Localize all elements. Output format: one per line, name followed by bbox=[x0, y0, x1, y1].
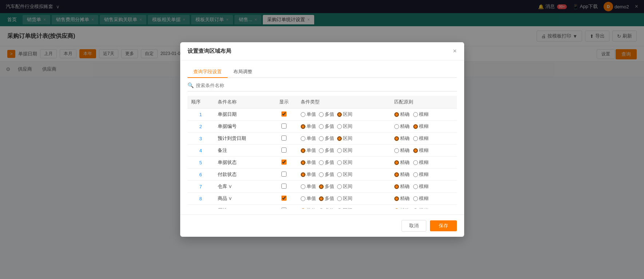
modal-close-button[interactable]: × bbox=[453, 47, 457, 55]
modal-header: 设置查询区域布局 × bbox=[180, 42, 464, 60]
tab-layout-adjust[interactable]: 布局调整 bbox=[228, 66, 258, 77]
modal-tabs: 查询字段设置 布局调整 bbox=[187, 66, 457, 77]
modal-body: 查询字段设置 布局调整 🔍 顺序 条件名称 显示 bbox=[180, 60, 464, 77]
tab-field-settings[interactable]: 查询字段设置 bbox=[187, 66, 228, 77]
modal-overlay: 设置查询区域布局 × 查询字段设置 布局调整 🔍 bbox=[0, 0, 644, 77]
modal-title: 设置查询区域布局 bbox=[187, 48, 231, 55]
settings-modal: 设置查询区域布局 × 查询字段设置 布局调整 🔍 bbox=[180, 42, 464, 77]
